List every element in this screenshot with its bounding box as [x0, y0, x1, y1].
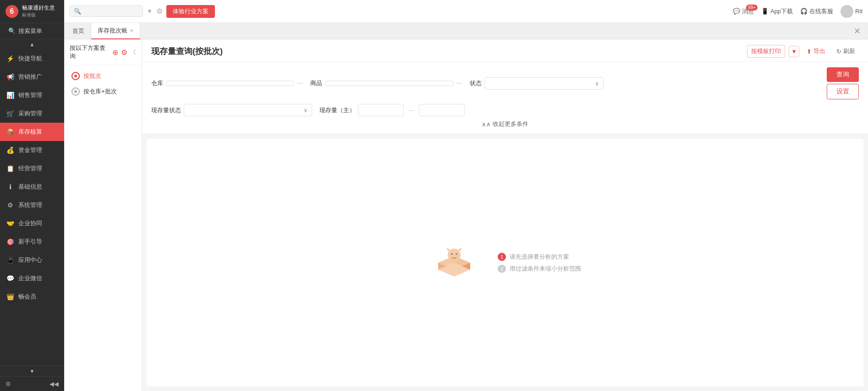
filter-row-2: 现存量状态 ∨ 现存量（主） — [151, 104, 859, 116]
sidebar-item-system[interactable]: ⚙ 系统管理 [0, 196, 64, 214]
sidebar-scroll-down[interactable]: ▼ [0, 366, 64, 376]
topbar: 🔍 ▼ ⚙ 体验行业方案 💬 消息 99+ 📱 App下载 🎧 在线客服 Rit [64, 0, 868, 23]
appcenter-icon: 📱 [5, 255, 15, 265]
app-download-icon: 📱 [761, 8, 769, 15]
left-panel-title: 按以下方案查询 [70, 44, 110, 60]
enterprise-icon: 🤝 [5, 219, 15, 228]
export-btn[interactable]: ⬆ 导出 [803, 45, 829, 57]
topbar-search-box[interactable]: 🔍 [70, 5, 143, 17]
sidebar-scroll-up[interactable]: ▲ [0, 39, 64, 49]
sidebar-item-finance[interactable]: 💰 资金管理 [0, 141, 64, 159]
app-download-btn[interactable]: 📱 App下载 [761, 7, 793, 16]
product-input[interactable] [325, 81, 453, 86]
status-dropdown-icon: ∨ [595, 80, 599, 87]
tab-close-btn[interactable]: × [130, 27, 133, 34]
online-service-btn[interactable]: 🎧 在线客服 [800, 7, 833, 16]
sidebar-item-enterprise[interactable]: 🤝 企业协同 [0, 214, 64, 233]
operations-icon: 📋 [5, 164, 15, 173]
sidebar-item-label: 采购管理 [18, 109, 42, 118]
status-select[interactable]: ∨ [484, 77, 604, 90]
sidebar-item-wechat[interactable]: 💬 企业微信 [0, 269, 64, 288]
scheme-settings-icon[interactable]: ⚙ [121, 48, 127, 57]
sidebar-settings-btn[interactable]: ⚙ [5, 380, 11, 387]
print-btn[interactable]: 按模板打印 [747, 45, 785, 58]
scheme-by-warehouse-batch[interactable]: 按仓库+批次 [64, 84, 142, 99]
collapse-panel-icon[interactable]: 《 [130, 48, 136, 56]
quantity-separator: — [408, 107, 414, 114]
refresh-btn[interactable]: ↻ 刷新 [833, 45, 859, 57]
tab-home[interactable]: 首页 [66, 23, 91, 39]
wechat-icon: 💬 [5, 274, 15, 283]
sidebar-item-label: 资金管理 [18, 146, 42, 154]
scheme-by-batch[interactable]: 按批次 [64, 68, 142, 84]
collapse-up-icon: ∧∧ [482, 121, 491, 128]
newguide-icon: 🎯 [5, 237, 15, 246]
warehouse-dots-btn[interactable]: ··· [297, 79, 303, 87]
page-title: 现存量查询(按批次) [151, 46, 223, 57]
query-btn[interactable]: 查询 [827, 67, 859, 82]
product-label: 商品 [310, 79, 322, 87]
sidebar-collapse-btn[interactable]: ◀◀ [49, 380, 59, 387]
sidebar: 6 畅康通好生意 标准版 🔍 搜索菜单 ▲ ⚡ 快捷导航 📢 营销推广 📊 销售… [0, 0, 64, 391]
page-header: 现存量查询(按批次) 按模板打印 ▼ ⬆ 导出 ↻ 刷新 [142, 39, 868, 62]
stock-status-dropdown-icon: ∨ [303, 107, 308, 114]
sidebar-item-label: 库存核算 [18, 128, 42, 136]
sidebar-item-basic[interactable]: ℹ 基础信息 [0, 178, 64, 196]
sidebar-bottom: ⚙ ◀◀ [0, 376, 64, 391]
filter-row-1: 仓库 ··· 商品 ··· 状态 [151, 67, 859, 99]
sidebar-item-marketing[interactable]: 📢 营销推广 [0, 68, 64, 86]
sidebar-item-label: 销售管理 [18, 91, 42, 99]
topbar-right: 💬 消息 99+ 📱 App下载 🎧 在线客服 Rit [733, 5, 863, 18]
sidebar-item-sales[interactable]: 📊 销售管理 [0, 86, 64, 104]
sidebar-item-operations[interactable]: 📋 经营管理 [0, 159, 64, 178]
stock-quantity-label: 现存量（主） [319, 106, 355, 114]
app-logo-icon: 6 [5, 5, 18, 18]
close-icon[interactable]: ✕ [854, 26, 861, 36]
sidebar-item-label: 营销推广 [18, 73, 42, 81]
topbar-search-icon: 🔍 [74, 8, 81, 15]
collapse-more-btn[interactable]: ∧∧ 收起更多条件 [151, 116, 859, 128]
sidebar-item-newguide[interactable]: 🎯 新手引导 [0, 233, 64, 251]
step-2-num: 2 [498, 265, 506, 273]
message-btn[interactable]: 💬 消息 99+ [733, 7, 754, 16]
sidebar-item-purchase[interactable]: 🛒 采购管理 [0, 104, 64, 123]
sidebar-logo: 6 畅康通好生意 标准版 [0, 0, 64, 23]
sidebar-item-member[interactable]: 👑 畅会员 [0, 288, 64, 306]
stock-quantity-min[interactable] [358, 104, 404, 116]
sidebar-item-inventory[interactable]: 📦 库存核算 [0, 123, 64, 141]
tab-bar-close[interactable]: ✕ [854, 26, 866, 36]
stock-status-select[interactable]: ∨ [184, 104, 312, 116]
scroll-down-icon: ▼ [29, 368, 35, 375]
product-dots-btn[interactable]: ··· [456, 79, 462, 87]
user-profile-btn[interactable]: Rit [841, 5, 863, 18]
sidebar-search[interactable]: 🔍 搜索菜单 [0, 23, 64, 39]
scheme-batch-icon [71, 72, 80, 80]
message-badge: 99+ [746, 5, 758, 11]
basic-icon: ℹ [5, 182, 15, 191]
sidebar-item-appcenter[interactable]: 📱 应用中心 [0, 251, 64, 269]
empty-svg [429, 242, 479, 283]
print-dropdown-icon[interactable]: ▼ [789, 46, 799, 57]
tab-inventory-batch[interactable]: 库存批次账 × [91, 23, 140, 39]
setting-btn[interactable]: 设置 [827, 84, 859, 99]
step-2-label: 用过滤条件来缩小分析范围 [510, 263, 581, 275]
stock-quantity-max[interactable] [419, 104, 465, 116]
warehouse-label: 仓库 [151, 79, 163, 87]
export-label: 导出 [813, 47, 825, 55]
topbar-dropdown-icon[interactable]: ▼ [147, 8, 153, 15]
export-icon: ⬆ [807, 48, 812, 55]
empty-layout: 1 请先选择要分析的方案 2 用过滤条件来缩小分析范围 [429, 242, 581, 283]
svg-point-5 [451, 253, 453, 255]
warehouse-input[interactable] [166, 81, 294, 86]
topbar-search-input[interactable] [83, 8, 120, 15]
sidebar-item-quick-nav[interactable]: ⚡ 快捷导航 [0, 49, 64, 68]
message-icon: 💬 [733, 8, 740, 15]
quick-nav-icon: ⚡ [5, 54, 15, 63]
svg-point-6 [456, 253, 457, 255]
topbar-gear-icon[interactable]: ⚙ [156, 7, 163, 16]
experience-btn[interactable]: 体验行业方案 [166, 5, 215, 18]
sidebar-item-label: 基础信息 [18, 183, 42, 191]
sidebar-item-label: 应用中心 [18, 256, 42, 264]
add-scheme-icon[interactable]: ⊕ [112, 48, 118, 57]
status-label: 状态 [470, 79, 482, 87]
